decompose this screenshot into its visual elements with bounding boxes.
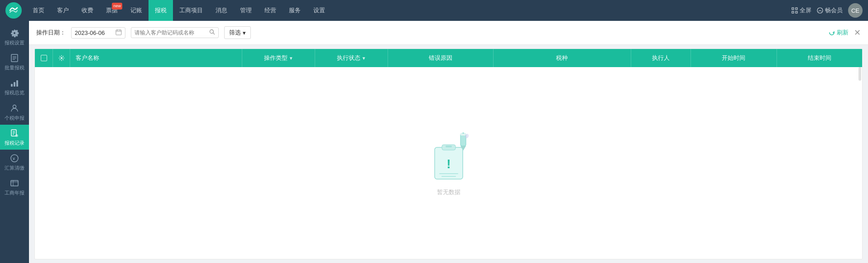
th-settings[interactable] xyxy=(53,49,70,67)
svg-rect-1 xyxy=(792,8,794,10)
th-error-reason: 错误原因 xyxy=(388,49,494,67)
th-executor: 执行人 xyxy=(631,49,691,67)
svg-rect-24 xyxy=(116,30,121,35)
nav-manage[interactable]: 管理 xyxy=(234,0,258,21)
nav-home[interactable]: 首页 xyxy=(26,0,51,21)
svg-point-18 xyxy=(15,134,18,137)
nav-tax[interactable]: 报税 xyxy=(149,0,173,21)
th-optype-label: 操作类型 xyxy=(264,54,288,62)
th-client-name: 客户名称 xyxy=(70,49,242,67)
sidebar-item-baoshuishezhi[interactable]: 报税设置 xyxy=(0,24,29,49)
svg-rect-2 xyxy=(796,8,797,10)
table-header: 客户名称 操作类型 ▼ 执行状态 ▼ 错误原因 税种 执行人 xyxy=(35,49,862,67)
close-button[interactable]: ✕ xyxy=(854,29,861,37)
svg-line-29 xyxy=(213,33,215,35)
th-client-label: 客户名称 xyxy=(76,54,99,62)
tax-record-icon xyxy=(10,128,19,138)
sidebar-item-geshuishenbao[interactable]: 个税申报 xyxy=(0,100,29,125)
sidebar-baoshuizonglan-label: 报税总览 xyxy=(5,90,24,96)
svg-point-28 xyxy=(210,30,214,34)
member-btn[interactable]: 畅会员 xyxy=(817,6,843,15)
scrollbar[interactable] xyxy=(858,67,861,81)
sidebar-piliangshuibaodui-label: 批量报税 xyxy=(5,65,24,71)
sidebar-item-baoshuizonglan[interactable]: 报税总览 xyxy=(0,74,29,99)
date-picker[interactable] xyxy=(71,27,125,39)
nav-invoice[interactable]: 票据 new xyxy=(100,0,124,21)
nav-settings[interactable]: 设置 xyxy=(307,0,331,21)
toolbar: 操作日期： xyxy=(29,21,868,45)
svg-text:!: ! xyxy=(446,157,451,171)
content-area: 操作日期： xyxy=(29,21,868,263)
svg-point-13 xyxy=(13,105,16,108)
sidebar-baoshuijilu-label: 报税记录 xyxy=(5,140,24,146)
invoice-badge: new xyxy=(112,3,122,10)
search-wrap[interactable] xyxy=(131,27,219,38)
sidebar-item-gongshangnianbaodui[interactable]: 工商年报 xyxy=(0,175,29,200)
th-endtime-label: 结束时间 xyxy=(808,54,831,62)
top-navigation: 首页 客户 收费 票据 new 记账 报税 工商项目 消息 管理 经营 服务 设… xyxy=(0,0,868,21)
date-label: 操作日期： xyxy=(36,29,66,37)
nav-message[interactable]: 消息 xyxy=(209,0,234,21)
empty-text: 暂无数据 xyxy=(437,188,460,196)
search-input[interactable] xyxy=(134,29,207,36)
toolbar-right: 刷新 ✕ xyxy=(829,29,861,37)
top-nav-right: 全屏 畅会员 CE xyxy=(791,3,863,18)
th-taxtype-label: 税种 xyxy=(556,54,568,62)
app-logo[interactable] xyxy=(5,2,22,19)
sidebar-baoshuishezhi-label: 报税设置 xyxy=(5,40,24,46)
avatar[interactable]: CE xyxy=(848,3,863,18)
nav-fee[interactable]: 收费 xyxy=(75,0,100,21)
sidebar-item-huisuanqingmiao[interactable]: ¥ 汇算清缴 xyxy=(0,150,29,175)
sidebar-item-baoshuijilu[interactable]: 报税记录 xyxy=(0,125,29,150)
select-all-checkbox[interactable] xyxy=(41,55,47,61)
empty-state: ! 暂无数据 xyxy=(35,67,862,259)
svg-rect-11 xyxy=(14,82,15,87)
date-input[interactable] xyxy=(75,29,113,36)
th-error-label: 错误原因 xyxy=(429,54,452,62)
refresh-label: 刷新 xyxy=(837,29,849,37)
th-executor-label: 执行人 xyxy=(652,54,670,62)
fullscreen-btn[interactable]: 全屏 xyxy=(791,6,811,15)
empty-illustration: ! xyxy=(426,130,471,180)
batch-tax-icon xyxy=(10,53,19,63)
sidebar-geshuishenbao-label: 个税申报 xyxy=(5,115,24,121)
th-start-time: 开始时间 xyxy=(691,49,777,67)
search-icon[interactable] xyxy=(209,29,215,36)
svg-rect-3 xyxy=(792,11,794,13)
sidebar: 报税设置 批量报税 报税总览 xyxy=(0,21,29,263)
fullscreen-label: 全屏 xyxy=(800,6,811,15)
member-label: 畅会员 xyxy=(825,6,843,15)
th-starttime-label: 开始时间 xyxy=(722,54,745,62)
main-layout: 报税设置 批量报税 报税总览 xyxy=(0,21,868,263)
svg-rect-4 xyxy=(796,11,797,13)
sidebar-huisuanqingmiao-label: 汇算清缴 xyxy=(5,165,24,171)
th-operation-type[interactable]: 操作类型 ▼ xyxy=(242,49,315,67)
chevron-down-icon: ▾ xyxy=(243,29,246,36)
refresh-button[interactable]: 刷新 xyxy=(829,29,849,37)
th-end-time: 结束时间 xyxy=(777,49,863,67)
calendar-icon xyxy=(115,29,122,37)
th-execution-status[interactable]: 执行状态 ▼ xyxy=(315,49,388,67)
sort-icon: ▼ xyxy=(289,56,293,61)
sidebar-item-piliangshuibaodui[interactable]: 批量报税 xyxy=(0,49,29,74)
personal-tax-icon xyxy=(10,103,19,113)
svg-rect-21 xyxy=(11,180,18,186)
sort-icon-status: ▼ xyxy=(362,56,366,61)
svg-point-30 xyxy=(61,57,62,59)
nav-client[interactable]: 客户 xyxy=(51,0,75,21)
table-container: 客户名称 操作类型 ▼ 执行状态 ▼ 错误原因 税种 执行人 xyxy=(34,49,863,259)
nav-menu: 首页 客户 收费 票据 new 记账 报税 工商项目 消息 管理 经营 服务 设… xyxy=(26,0,791,21)
sidebar-gongshangnianbaodui-label: 工商年报 xyxy=(5,190,24,196)
nav-service[interactable]: 服务 xyxy=(283,0,307,21)
svg-rect-12 xyxy=(16,80,18,87)
annual-report-icon xyxy=(10,178,19,188)
th-tax-type: 税种 xyxy=(494,49,632,67)
tax-overview-icon xyxy=(10,78,19,88)
nav-industrial[interactable]: 工商项目 xyxy=(173,0,209,21)
nav-bookkeeping[interactable]: 记账 xyxy=(124,0,149,21)
settings-icon xyxy=(10,28,19,38)
filter-button[interactable]: 筛选 ▾ xyxy=(224,26,251,39)
th-status-label: 执行状态 xyxy=(337,54,360,62)
th-checkbox[interactable] xyxy=(35,49,53,67)
nav-operation[interactable]: 经营 xyxy=(258,0,283,21)
